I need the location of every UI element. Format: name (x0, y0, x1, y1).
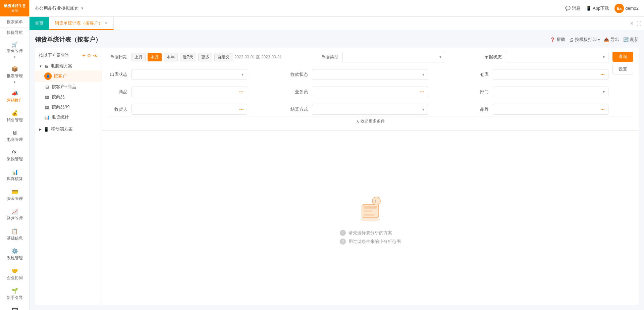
sidebar-search[interactable]: 搜索菜单 (0, 16, 29, 28)
sidebar-item-cooperation[interactable]: 🤝 企业协同 (0, 264, 29, 284)
mobile-icon: 📱 (44, 127, 49, 132)
sidebar-label-ecommerce: 电商管理 (7, 137, 23, 143)
payment-status-chevron-icon: ▾ (422, 72, 424, 77)
goods-control[interactable]: ··· (131, 87, 247, 97)
sidebar-label-purchase: 采购管理 (7, 156, 23, 162)
consignee-control[interactable]: ··· (131, 104, 247, 115)
sidebar-item-ecommerce[interactable]: 🖥 电商管理 (0, 126, 29, 146)
sidebar-label-marketing: 营销推广 (7, 98, 23, 103)
salesman-control[interactable]: ··· (312, 87, 428, 97)
payment-status-control[interactable]: ▾ (312, 69, 428, 80)
help-btn[interactable]: ❓ 帮助 (550, 37, 565, 43)
consignee-more-icon: ··· (239, 106, 244, 112)
tip-num-2: 2 (340, 239, 346, 245)
date-btn-custom[interactable]: 自定义 (214, 53, 232, 61)
main-area: 办公用品行业模拟账套 ▾ 💬 消息 📱 App下载 Ea demo2 首页 销货… (30, 0, 644, 310)
sidebar-item-newbie[interactable]: 🌱 新手引导 (0, 284, 29, 304)
app-download-label: App下载 (593, 5, 609, 11)
export-btn[interactable]: 📤 导出 (604, 37, 619, 43)
sidebar-item-appcenter[interactable]: 🔲 应用中心 (0, 304, 29, 310)
sidebar-label-newbie: 新手引导 (7, 295, 23, 301)
sidebar-label-operations: 经营管理 (7, 216, 23, 221)
settings-btn[interactable]: 设置 (612, 64, 633, 74)
app-download-btn[interactable]: 📱 App下载 (586, 5, 609, 11)
date-btn-last-month[interactable]: 上月 (131, 53, 146, 61)
sidebar-item-marketing[interactable]: 📣 营销推广 (0, 87, 29, 107)
empty-tips: 1 请先选择要分析的方案 2 用过滤条件来缩小分析范围 (340, 230, 401, 245)
order-type-label: 单据类型 (318, 54, 338, 60)
sidebar-label-basic: 基础信息 (7, 236, 23, 241)
sidebar-item-purchase[interactable]: 🛍 采购管理 (0, 146, 29, 165)
template-print-arrow: ▾ (598, 38, 600, 42)
date-btn-last-7-days[interactable]: 近7天 (180, 53, 196, 61)
brand-control[interactable]: ··· (493, 104, 608, 115)
page-title: 销货单统计表（按客户） (35, 36, 101, 44)
date-btn-more[interactable]: 更多 (198, 53, 212, 61)
query-btn[interactable]: 查询 (612, 52, 633, 62)
settlement-control[interactable]: ▾ (312, 104, 428, 115)
scheme-add-btn[interactable]: + (83, 53, 85, 58)
scheme-group-desktop-title[interactable]: ▼ 🖥 电脑端方案 (35, 62, 102, 70)
user-name: demo2 (625, 6, 639, 11)
tab-sales-stat[interactable]: 销货单统计表（按客户） ✕ (49, 17, 114, 30)
table2-icon: ▦ (44, 104, 50, 110)
content-area: 销货单统计表（按客户） ❓ 帮助 🖨 按模板打印 ▾ 📤 导出 🔄 刷新 (30, 30, 644, 310)
settlement-label: 结算方式 (288, 106, 308, 112)
refresh-label: 刷新 (630, 37, 639, 43)
scheme-group-mobile-title[interactable]: ▶ 📱 移动端方案 (35, 125, 102, 134)
sidebar-item-wholesale[interactable]: 📦 批发管理 ▲ (0, 62, 29, 87)
empty-illustration: ! (354, 191, 387, 224)
order-type-control[interactable]: ▾ (342, 52, 445, 62)
wholesale-icon: 📦 (11, 66, 18, 72)
sidebar-item-inventory[interactable]: 📊 库存核算 (0, 165, 29, 185)
order-status-control[interactable]: ▾ (506, 52, 608, 62)
scheme-item-by-customer[interactable]: 👤 按客户 (35, 70, 102, 82)
svg-point-0 (360, 217, 380, 221)
out-status-control[interactable]: ▾ (131, 69, 247, 80)
ecommerce-icon: 🖥 (12, 130, 17, 136)
department-label: 部门 (469, 89, 489, 95)
tab-home-label: 首页 (35, 20, 44, 27)
refresh-btn[interactable]: 🔄 刷新 (623, 37, 639, 43)
company-dropdown-icon[interactable]: ▾ (81, 6, 84, 11)
sidebar-item-system[interactable]: ⚙️ 系统管理 (0, 245, 29, 264)
scheme-item-return-stat[interactable]: 📊 退货统计 (35, 112, 102, 122)
collapse-btn[interactable]: ∧ 收起更多条件 (107, 116, 633, 126)
filter-row-4: 收货人 ··· 结算方式 ▾ (107, 104, 608, 115)
tab-close-icon[interactable]: ✕ (105, 21, 108, 25)
date-btn-this-year[interactable]: 本年 (164, 53, 178, 61)
scheme-item-by-customer-goods[interactable]: ⊞ 按客户+商品 (35, 82, 102, 92)
scheme-collapse-btn[interactable]: ≪ (93, 53, 98, 58)
sidebar-item-retail[interactable]: 🛒 零售管理 ▼ (0, 38, 29, 62)
date-btn-this-month[interactable]: 本月 (148, 53, 162, 61)
sidebar-item-finance[interactable]: 💳 资金管理 (0, 185, 29, 205)
operations-icon: 📈 (11, 208, 18, 215)
warehouse-control[interactable]: ··· (493, 69, 608, 80)
out-status-label: 出库状态 (107, 71, 127, 78)
template-print-btn[interactable]: 🖨 按模板打印 ▾ (569, 37, 600, 43)
query-buttons: 查询 设置 (612, 52, 633, 74)
chart-icon: 📊 (44, 114, 50, 120)
scheme-label-by-customer: 按客户 (54, 73, 67, 79)
salesman-more-icon: ··· (420, 89, 424, 95)
sidebar-item-operations[interactable]: 📈 经营管理 (0, 205, 29, 225)
sidebar-quick-nav[interactable]: 快捷导航 (0, 28, 29, 38)
department-chevron-icon: ▾ (603, 90, 605, 94)
scheme-panel: 按以下方案查询 + ⊙ ≪ ▼ 🖥 电脑端方案 (35, 48, 102, 305)
scheme-item-by-goods-99[interactable]: ▦ 按商品99 (35, 102, 102, 112)
scheme-edit-btn[interactable]: ⊙ (87, 53, 91, 58)
message-btn[interactable]: 💬 消息 (565, 5, 581, 11)
warehouse-label: 仓库 (469, 71, 489, 78)
tab-home[interactable]: 首页 (30, 17, 49, 30)
scheme-item-by-goods[interactable]: ▦ 按商品 (35, 92, 102, 102)
sidebar-item-sales[interactable]: 💰 销售管理 (0, 107, 29, 126)
tab-sales-stat-label: 销货单统计表（按客户） (55, 20, 103, 26)
brand-more-icon: ··· (600, 106, 605, 112)
sidebar-item-basic[interactable]: 📋 基础信息 (0, 225, 29, 245)
page-header: 销货单统计表（按客户） ❓ 帮助 🖨 按模板打印 ▾ 📤 导出 🔄 刷新 (35, 36, 639, 44)
maximize-window-icon[interactable]: ⛶ (637, 21, 641, 26)
close-window-icon[interactable]: ✕ (630, 21, 634, 26)
department-control[interactable]: ▾ (493, 87, 608, 97)
user-profile[interactable]: Ea demo2 (614, 4, 639, 13)
svg-text:!: ! (375, 199, 376, 204)
